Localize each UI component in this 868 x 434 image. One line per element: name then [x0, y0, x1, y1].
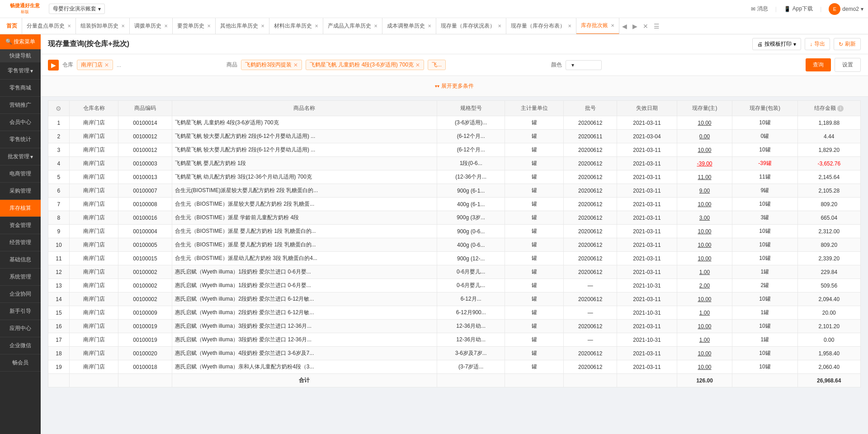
cell-index: 1 — [48, 116, 70, 130]
filter-more-dots[interactable]: ... — [117, 62, 121, 68]
th-spec: 规格型号 — [437, 101, 505, 116]
tab-stock-status[interactable]: 现存量（库存状况表） ✕ — [436, 18, 506, 34]
tab-other-out[interactable]: 其他出库单历史 ✕ — [216, 18, 269, 34]
cell-batch: — — [564, 306, 617, 320]
cell-stock-main[interactable]: 11.00 — [677, 170, 732, 184]
settings-icon[interactable]: ⚙ — [56, 105, 61, 112]
tab-close-icon[interactable]: ✕ — [568, 24, 571, 28]
cell-warehouse: 南岸门店 — [69, 198, 118, 211]
warehouse-tag-close[interactable]: ✕ — [104, 62, 109, 68]
tab-close-icon[interactable]: ✕ — [164, 24, 168, 28]
cell-batch: 20200612 — [564, 347, 617, 360]
color-dropdown[interactable]: ▾ — [566, 60, 602, 70]
user-area[interactable]: E demo2 ▾ — [829, 3, 863, 15]
tab-material-out[interactable]: 材料出库单历史 ✕ — [269, 18, 323, 34]
tab-close-icon[interactable]: ✕ — [207, 24, 211, 28]
cell-stock-main[interactable]: 10.00 — [677, 292, 732, 306]
tab-close-icon[interactable]: ✕ — [498, 24, 501, 28]
cell-batch: 20200612 — [564, 292, 617, 306]
sidebar-nav[interactable]: 快捷导航 — [0, 49, 41, 62]
settings-button[interactable]: 设置 — [835, 58, 861, 72]
tab-require[interactable]: 要货单历史 ✕ — [173, 18, 216, 34]
cell-stock-main[interactable]: 10.00 — [677, 198, 732, 211]
sidebar-search[interactable]: 🔍 搜索菜单 — [0, 34, 41, 49]
product-tag-1-close[interactable]: ✕ — [293, 62, 298, 68]
logo-area: 畅捷通好生意 标版 — [5, 3, 45, 14]
tab-home[interactable]: 首页 — [2, 18, 22, 34]
cell-index: 16 — [48, 320, 70, 333]
tab-split-stock[interactable]: 分量盘点单历史 ✕ — [22, 18, 76, 34]
export-button[interactable]: ↓ 导出 — [805, 38, 830, 50]
cell-stock-main[interactable]: 10.00 — [677, 320, 732, 333]
message-btn[interactable]: ✉ 消息 — [751, 5, 768, 13]
warehouse-selector[interactable]: 母婴行业演示账套 ▾ — [49, 4, 105, 14]
sidebar-item-app-center[interactable]: 应用中心 — [0, 320, 41, 337]
tab-disassembly[interactable]: 组装拆卸单历史 ✕ — [76, 18, 130, 34]
expand-btn[interactable]: ▾▾ 展开更多条件 — [435, 80, 474, 92]
cell-stock-main[interactable]: 0.00 — [677, 130, 732, 143]
tab-stock-dist[interactable]: 现存量（库存分布表） ✕ — [506, 18, 576, 34]
th-settings[interactable]: ⚙ — [48, 101, 70, 116]
sidebar-item-operations[interactable]: 经营管理 — [0, 234, 41, 251]
refresh-button[interactable]: ↻ 刷新 — [834, 38, 861, 50]
cell-stock-main[interactable]: 1.00 — [677, 265, 732, 279]
query-button[interactable]: 查询 — [806, 58, 831, 71]
tab-close-icon[interactable]: ✕ — [611, 23, 614, 28]
sidebar-item-wholesale[interactable]: 批发管理 ▾ — [0, 148, 41, 165]
cell-stock-main[interactable]: 10.00 — [677, 116, 732, 130]
cell-warehouse: 南岸门店 — [69, 347, 118, 360]
sidebar-item-retail-mgmt[interactable]: 零售管理 ▾ — [0, 62, 41, 80]
sidebar-item-retail-stats[interactable]: 零售统计 — [0, 131, 41, 148]
cell-stock-main[interactable]: 1.00 — [677, 306, 732, 320]
tab-prev-btn[interactable]: ◀ — [619, 23, 630, 30]
cell-stock-main[interactable]: 1.00 — [677, 333, 732, 347]
sidebar-item-enterprise[interactable]: 企业协同 — [0, 286, 41, 303]
logo-text: 畅捷通好生意 — [10, 3, 40, 9]
cell-stock-main[interactable]: 10.00 — [677, 360, 732, 374]
sidebar-item-purchase[interactable]: 采购管理 — [0, 183, 41, 200]
tab-cost-adjust[interactable]: 成本调整单历史 ✕ — [382, 18, 436, 34]
sidebar-item-member-card[interactable]: 畅会员 — [0, 354, 41, 372]
cell-stock-main[interactable]: 10.00 — [677, 238, 732, 252]
app-download-btn[interactable]: 📱 App下载 — [784, 5, 813, 13]
cell-stock-main[interactable]: 10.00 — [677, 347, 732, 360]
cell-stock-main[interactable]: 2.00 — [677, 279, 732, 292]
balance-help-icon[interactable]: i — [837, 105, 844, 112]
sidebar-item-members[interactable]: 会员中心 — [0, 114, 41, 131]
tab-close-icon[interactable]: ✕ — [428, 24, 431, 28]
tab-close-icon[interactable]: ✕ — [121, 24, 125, 28]
cell-name: 合生元（BIOSTIME）派星 学龄前儿童配方奶粉 4段 — [172, 211, 437, 225]
tab-close-icon[interactable]: ✕ — [261, 24, 264, 28]
cell-stock-main[interactable]: 10.00 — [677, 252, 732, 265]
product-tag-2-close[interactable]: ✕ — [415, 62, 420, 68]
tab-next-btn[interactable]: ▶ — [630, 23, 640, 30]
sidebar-item-guide[interactable]: 新手引导 — [0, 303, 41, 320]
sidebar-item-system[interactable]: 系统管理 — [0, 269, 41, 286]
tab-close-icon[interactable]: ✕ — [374, 24, 377, 28]
sidebar-item-retail-shop[interactable]: 零售商城 — [0, 80, 41, 97]
cell-stock-main[interactable]: 10.00 — [677, 225, 732, 238]
cell-batch: 20200612 — [564, 265, 617, 279]
tab-close-icon[interactable]: ✕ — [315, 24, 318, 28]
tab-stock-batch[interactable]: 库存批次账 ✕ — [576, 18, 619, 34]
sidebar-item-basic[interactable]: 基础信息 — [0, 251, 41, 269]
tab-close-all-btn[interactable]: ✕ — [640, 23, 651, 30]
table-row: 3 南岸门店 00100012 飞鹤星飞帆 较大婴儿配方奶粉 2段(6-12个月… — [48, 143, 861, 157]
cell-name: 飞鹤星飞帆 幼儿配方奶粉 3段(12-36个月幼儿适用) 700克 — [172, 170, 437, 184]
cell-stock-main[interactable]: 9.00 — [677, 184, 732, 198]
tab-menu-btn[interactable]: ☰ — [651, 23, 662, 30]
cell-stock-main[interactable]: 10.00 — [677, 143, 732, 157]
filter-expand-arrow-btn[interactable]: ▶ — [48, 60, 59, 71]
tab-close-icon[interactable]: ✕ — [67, 24, 71, 28]
sidebar-item-marketing[interactable]: 营销推广 — [0, 97, 41, 114]
print-button[interactable]: 🖨 按模板打印 ▾ — [752, 38, 801, 50]
sidebar-item-enterprise-wechat[interactable]: 企业微信 — [0, 337, 41, 354]
sidebar-item-finance[interactable]: 资金管理 — [0, 217, 41, 234]
chevron-icon: ▾ — [30, 68, 33, 74]
cell-stock-main[interactable]: 3.00 — [677, 211, 732, 225]
tab-mix[interactable]: 调拨单历史 ✕ — [130, 18, 173, 34]
sidebar-item-ecommerce[interactable]: 电商管理 — [0, 165, 41, 183]
tab-product-in[interactable]: 产成品入库单历史 ✕ — [323, 18, 382, 34]
sidebar-item-inventory[interactable]: 库存核算 — [0, 200, 41, 217]
cell-stock-main[interactable]: -39.00 — [677, 157, 732, 170]
